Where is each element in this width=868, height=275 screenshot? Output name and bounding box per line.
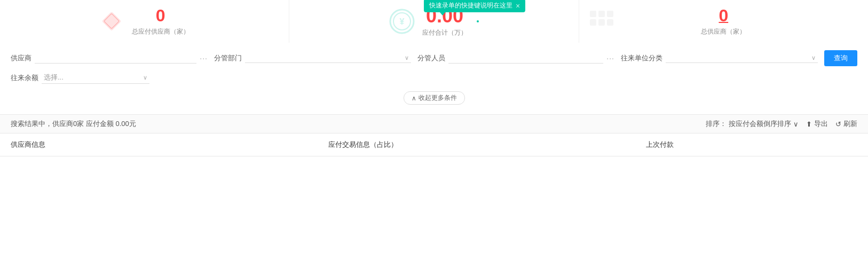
filter-category: 往来单位分类 ∨ bbox=[621, 53, 818, 63]
tooltip-close-btn[interactable]: × bbox=[516, 2, 520, 10]
results-actions: 排序： 按应付会额倒序排序 ∨ ⬆ 导出 ↺ 刷新 bbox=[706, 119, 857, 129]
stat-left: 0 总应付供应商（家） bbox=[0, 0, 289, 43]
stat-center: 快速录单的快捷键说明在这里 × ¥ 0.00 应付合计（万） bbox=[289, 0, 579, 43]
coin-icon: ¥ bbox=[388, 7, 416, 35]
collapse-button[interactable]: ∧ 收起更多条件 bbox=[404, 91, 465, 105]
svg-rect-7 bbox=[607, 11, 613, 17]
refresh-label: 刷新 bbox=[843, 119, 857, 129]
table-body bbox=[0, 156, 868, 275]
export-icon: ⬆ bbox=[806, 120, 812, 128]
balance-select[interactable]: 选择... ∨ bbox=[42, 72, 149, 84]
svg-text:¥: ¥ bbox=[400, 17, 405, 26]
tooltip-text: 快速录单的快捷键说明在这里 bbox=[429, 1, 512, 10]
refresh-button[interactable]: ↺ 刷新 bbox=[835, 119, 857, 129]
tooltip-bubble: 快速录单的快捷键说明在这里 × bbox=[424, 0, 525, 12]
filter-row-1: 供应商 ··· 分管部门 ∨ 分管人员 ··· 往来单位分类 ∨ bbox=[11, 50, 857, 66]
export-button[interactable]: ⬆ 导出 bbox=[806, 119, 828, 129]
department-select[interactable]: ∨ bbox=[245, 53, 411, 63]
stat-right-content: 0 总供应商（家） bbox=[701, 6, 746, 36]
filter-supplier: 供应商 ··· bbox=[11, 53, 208, 64]
filter-department: 分管部门 ∨ bbox=[214, 53, 411, 63]
department-chevron-icon: ∨ bbox=[405, 54, 409, 61]
supplier-dots-btn[interactable]: ··· bbox=[200, 54, 208, 62]
supplier-input[interactable] bbox=[35, 53, 196, 64]
col-header-lastpay: 上次付款 bbox=[646, 140, 858, 150]
refresh-icon: ↺ bbox=[835, 120, 841, 128]
filter-bar: 供应商 ··· 分管部门 ∨ 分管人员 ··· 往来单位分类 ∨ bbox=[0, 43, 868, 115]
category-select[interactable]: ∨ bbox=[666, 53, 818, 63]
search-button[interactable]: 查询 bbox=[824, 50, 857, 66]
filter-row-2: 往来余额 选择... ∨ bbox=[11, 72, 857, 84]
sort-prefix: 排序： bbox=[706, 119, 727, 129]
category-label: 往来单位分类 bbox=[621, 53, 662, 63]
collapse-up-icon: ∧ bbox=[412, 95, 416, 102]
filter-balance: 往来余额 选择... ∨ bbox=[11, 72, 149, 84]
balance-label: 往来余额 bbox=[11, 73, 38, 83]
department-label: 分管部门 bbox=[214, 53, 242, 63]
stat-right-label: 总供应商（家） bbox=[701, 27, 746, 36]
collapse-label: 收起更多条件 bbox=[419, 93, 457, 103]
stat-right: 0 总供应商（家） bbox=[579, 0, 868, 43]
balance-chevron-icon: ∨ bbox=[143, 74, 147, 81]
svg-rect-6 bbox=[598, 11, 605, 17]
stats-bar: 0 总应付供应商（家） 快速录单的快捷键说明在这里 × ¥ 0.00 应付合计（… bbox=[0, 0, 868, 43]
results-bar: 搜索结果中，供应商0家 应付金额 0.00元 排序： 按应付会额倒序排序 ∨ ⬆… bbox=[0, 115, 868, 133]
person-dots-btn[interactable]: ··· bbox=[606, 54, 614, 62]
stat-left-content: 0 总应付供应商（家） bbox=[132, 6, 190, 36]
svg-rect-5 bbox=[590, 11, 596, 17]
sort-select[interactable]: 排序： 按应付会额倒序排序 ∨ bbox=[706, 119, 799, 129]
sort-label: 按应付会额倒序排序 bbox=[729, 119, 791, 129]
results-summary: 搜索结果中，供应商0家 应付金额 0.00元 bbox=[11, 119, 136, 129]
svg-rect-8 bbox=[590, 19, 596, 26]
collapse-row: ∧ 收起更多条件 bbox=[11, 89, 857, 110]
filter-person: 分管人员 ··· bbox=[417, 53, 614, 64]
stat-right-number: 0 bbox=[719, 6, 728, 25]
sort-chevron-icon: ∨ bbox=[793, 120, 799, 128]
col-header-transaction: 应付交易信息（占比） bbox=[328, 140, 646, 150]
svg-rect-10 bbox=[607, 19, 613, 26]
supplier-label: 供应商 bbox=[11, 53, 31, 63]
person-label: 分管人员 bbox=[417, 53, 445, 63]
svg-rect-9 bbox=[598, 19, 605, 26]
col-header-supplier: 供应商信息 bbox=[11, 140, 328, 150]
person-input[interactable] bbox=[448, 53, 603, 64]
diamond-icon bbox=[100, 10, 123, 33]
tooltip-dot bbox=[476, 19, 480, 23]
balance-placeholder: 选择... bbox=[44, 73, 143, 82]
category-chevron-icon: ∨ bbox=[811, 54, 816, 61]
stat-left-number: 0 bbox=[156, 6, 165, 25]
stat-center-label: 应付合计（万） bbox=[422, 28, 467, 37]
grid-icon bbox=[590, 11, 622, 32]
export-label: 导出 bbox=[814, 119, 828, 129]
stat-left-label: 总应付供应商（家） bbox=[132, 27, 190, 36]
table-header: 供应商信息 应付交易信息（占比） 上次付款 bbox=[0, 133, 868, 156]
